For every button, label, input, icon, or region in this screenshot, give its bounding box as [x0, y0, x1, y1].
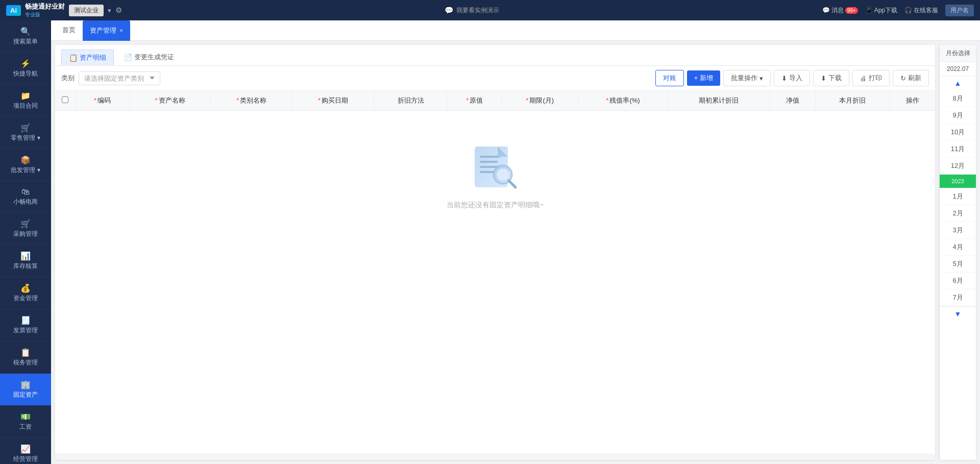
month-item-2023-1月[interactable]: 1月 — [940, 188, 976, 205]
month-item-2023-5月[interactable]: 5月 — [940, 256, 976, 273]
sidebar-label-ecommerce: 小畅电商 — [13, 198, 38, 205]
empty-state-row: 当前您还没有固定资产明细哦~ — [55, 111, 935, 241]
tab-home[interactable]: 首页 — [55, 20, 83, 41]
empty-text: 当前您还没有固定资产明细哦~ — [447, 201, 544, 210]
reconcile-button[interactable]: 对账 — [655, 70, 684, 86]
sidebar-item-inventory[interactable]: 📊库存核算 — [0, 245, 51, 277]
table-container: *编码 *资产名称 *类别名称 *购买日期 折旧方法 *原值 *期限(月) *残… — [55, 91, 935, 454]
month-item-2022-11月[interactable]: 11月 — [940, 141, 976, 158]
month-prev-btn[interactable]: ▲ — [952, 78, 964, 88]
settings-icon[interactable]: ⚙ — [115, 6, 122, 15]
sidebar-icon-quicknav: ⚡ — [4, 59, 47, 68]
sidebar-item-operation[interactable]: 📈经营管理 — [0, 438, 51, 464]
svg-rect-4 — [480, 171, 495, 173]
print-button[interactable]: 🖨 打印 — [852, 70, 890, 86]
sidebar-label-salary: 工资 — [19, 423, 32, 430]
col-monthly-depreciation: 本月折旧 — [816, 91, 890, 111]
month-item-2023-6月[interactable]: 6月 — [940, 273, 976, 289]
sidebar-icon-search: 🔍 — [4, 27, 47, 36]
sidebar-item-ecommerce[interactable]: 🛍小畅电商 — [0, 181, 51, 213]
download-label: 下载 — [828, 74, 842, 83]
sidebar-item-tax[interactable]: 📋税务管理 — [0, 341, 51, 374]
sidebar-item-salary[interactable]: 💵工资 — [0, 406, 51, 438]
sidebar-item-fixedassets[interactable]: 🏢固定资产 — [0, 374, 51, 406]
tab-bar: 首页 资产管理 × — [51, 20, 980, 41]
sidebar-item-retail[interactable]: 🛒零售管理 ▾ — [0, 117, 51, 149]
sidebar-item-quicknav[interactable]: ⚡快捷导航 — [0, 53, 51, 85]
sidebar-label-invoice: 发票管理 — [13, 327, 38, 334]
refresh-button[interactable]: ↻ 刷新 — [893, 70, 929, 86]
sidebar-icon-purchase: 🛒 — [4, 219, 47, 229]
sub-tab-asset-detail[interactable]: 📋 资产明细 — [61, 50, 114, 65]
company-selector[interactable]: 测试企业 — [69, 5, 104, 16]
sidebar-icon-finance: 💰 — [4, 283, 47, 293]
sidebar-label-finance: 资金管理 — [13, 295, 38, 302]
batch-button[interactable]: 批量操作 ▾ — [723, 70, 771, 86]
top-header: Ai 畅捷通好业财 专业版 测试企业 ▾ ⚙ 💬 我要看实例演示 💬 消息 99… — [0, 0, 980, 20]
category-filter-select[interactable]: 请选择固定资产类别 — [79, 71, 160, 85]
message-btn[interactable]: 💬 消息 99+ — [822, 6, 858, 15]
main-panel: 📋 资产明细 📄 变更生成凭证 类别 请选择固定资产类别 — [55, 45, 935, 460]
col-category-label: 类别名称 — [240, 96, 266, 104]
asset-detail-icon: 📋 — [69, 54, 78, 62]
import-button[interactable]: ⬇ 导入 — [774, 70, 810, 86]
add-button[interactable]: + 新增 — [687, 70, 720, 86]
company-dropdown-icon[interactable]: ▾ — [108, 7, 111, 14]
app-download-btn[interactable]: 📱 App下载 — [865, 6, 897, 15]
batch-label: 批量操作 — [731, 74, 757, 83]
sidebar-item-search[interactable]: 🔍搜索菜单 — [0, 20, 51, 53]
change-voucher-icon: 📄 — [124, 53, 132, 61]
month-item-2022-12月[interactable]: 12月 — [940, 158, 976, 175]
col-purchase-date-label: 购买日期 — [322, 96, 348, 104]
select-all-checkbox[interactable] — [62, 96, 68, 103]
tab-asset-management[interactable]: 资产管理 × — [83, 20, 130, 41]
month-item-2023-4月[interactable]: 4月 — [940, 239, 976, 256]
tab-close-icon[interactable]: × — [119, 27, 123, 34]
sidebar-icon-wholesale: 📦 — [4, 155, 47, 165]
sidebar-icon-ecommerce: 🛍 — [4, 187, 47, 197]
svg-point-7 — [497, 168, 509, 181]
demo-text[interactable]: 我要看实例演示 — [456, 6, 499, 15]
svg-rect-2 — [480, 161, 498, 163]
batch-dropdown-icon: ▾ — [760, 75, 763, 82]
download-icon: ⬇ — [821, 75, 826, 82]
customer-service-btn[interactable]: 🎧 在线客服 — [904, 6, 938, 15]
content-area: 首页 资产管理 × 📋 资产明细 📄 变更生成凭证 — [51, 20, 980, 464]
sidebar-label-operation: 经营管理 — [13, 455, 38, 462]
app-logo: Ai — [6, 5, 21, 16]
month-item-2022-10月[interactable]: 10月 — [940, 124, 976, 141]
sidebar-item-invoice[interactable]: 🧾发票管理 — [0, 309, 51, 341]
col-code: *编码 — [76, 91, 129, 111]
refresh-icon: ↻ — [900, 75, 906, 82]
month-nav-up: ▲ — [940, 76, 976, 90]
month-item-2023-3月[interactable]: 3月 — [940, 222, 976, 239]
month-panel: 月份选择 2022.07 ▲ 8月9月10月11月12月20231月2月3月4月… — [939, 45, 976, 460]
sidebar-icon-retail: 🛒 — [4, 123, 47, 133]
month-item-2022-9月[interactable]: 9月 — [940, 107, 976, 124]
month-next-btn[interactable]: ▼ — [952, 309, 964, 319]
sidebar-label-inventory: 库存核算 — [13, 262, 38, 270]
tab-home-label: 首页 — [62, 26, 76, 35]
app-subtitle: 专业版 — [25, 11, 65, 18]
month-item-2022-8月[interactable]: 8月 — [940, 90, 976, 107]
col-original-value: *原值 — [448, 91, 501, 111]
col-checkbox — [55, 91, 76, 111]
col-depreciation-method-label: 折旧方法 — [398, 96, 424, 104]
download-button[interactable]: ⬇ 下载 — [813, 70, 849, 86]
empty-icon — [464, 141, 526, 192]
col-residual-rate: *残值率(%) — [578, 91, 668, 111]
sidebar-item-finance[interactable]: 💰资金管理 — [0, 277, 51, 309]
headset-icon: 🎧 — [904, 7, 912, 14]
month-item-2023-7月[interactable]: 7月 — [940, 289, 976, 306]
demo-icon: 💬 — [445, 6, 453, 14]
sub-tab-change-voucher-label: 变更生成凭证 — [134, 53, 174, 62]
sidebar-item-purchase[interactable]: 🛒采购管理 — [0, 213, 51, 245]
sidebar-label-retail: 零售管理 ▾ — [11, 134, 40, 141]
sub-tab-change-voucher[interactable]: 📄 变更生成凭证 — [116, 49, 182, 65]
refresh-label: 刷新 — [908, 74, 921, 83]
bottom-scrollbar[interactable] — [55, 454, 935, 460]
sidebar-item-wholesale[interactable]: 📦批发管理 ▾ — [0, 149, 51, 181]
month-item-2023-2月[interactable]: 2月 — [940, 205, 976, 222]
sidebar-item-project[interactable]: 📁项目合同 — [0, 85, 51, 117]
user-avatar[interactable]: 用户名 — [945, 5, 974, 16]
